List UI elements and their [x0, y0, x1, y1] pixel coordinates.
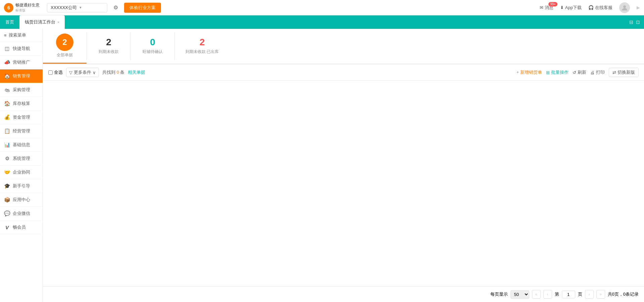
found-text: 共找到 0 条	[102, 69, 124, 75]
switch-version-button[interactable]: ⇄ 切换新版	[609, 68, 639, 77]
cooperation-icon: 🤝	[4, 169, 10, 175]
filter-button[interactable]: ▽ 更多条件 ∨	[66, 68, 99, 77]
finance-icon: 💰	[4, 114, 10, 120]
maximize-icon[interactable]: ⊡	[636, 19, 640, 25]
sidebar-item-basics[interactable]: 📊 基础信息	[0, 138, 43, 152]
toolbar: 全选 ▽ 更多条件 ∨ 共找到 0 条 相关单据 + 新增销货单 ⊞ 批	[43, 64, 644, 81]
table-area	[43, 81, 644, 286]
sidebar-item-cooperation[interactable]: 🤝 企业协同	[0, 166, 43, 179]
stat-pending-number: 0	[150, 37, 155, 48]
logo-area: 6 畅捷通好生意 标准版	[4, 3, 47, 12]
sidebar-item-guide[interactable]: 🎓 新手引导	[0, 179, 43, 193]
first-page-button[interactable]: «	[532, 290, 541, 299]
content-area: 2 全部单据 2 到期未收款 0 旺辅待确认 2 到期未收款 已出库	[43, 29, 644, 302]
print-button[interactable]: 🖨 打印	[590, 69, 605, 75]
logo-text: 畅捷通好生意 标准版	[15, 3, 40, 12]
toolbar-left: 全选 ▽ 更多条件 ∨ 共找到 0 条 相关单据	[48, 68, 145, 77]
sidebar-search[interactable]: ≡ 搜索菜单	[0, 29, 43, 42]
trial-button[interactable]: 体验行业方案	[124, 3, 161, 13]
page-size-select[interactable]: 50 100 200	[511, 290, 529, 299]
page-input[interactable]	[562, 291, 575, 298]
batch-icon: ⊞	[546, 70, 550, 75]
purchase-icon: 🛍	[4, 87, 10, 93]
header-right: ✉ 消息 99+ ⬇ App下载 🎧 在线客服 ▶	[540, 2, 640, 13]
message-icon: ✉	[540, 5, 543, 10]
app-center-icon: 📦	[4, 197, 10, 203]
next-page-button[interactable]: ›	[585, 290, 594, 299]
sidebar-item-wechat[interactable]: 💬 企业微信	[0, 207, 43, 221]
marketing-icon: 📣	[4, 59, 10, 65]
total-label: 共0页，0条记录	[608, 291, 639, 297]
sidebar-item-operations[interactable]: 📋 经营管理	[0, 124, 43, 138]
select-all-checkbox[interactable]: 全选	[48, 69, 63, 75]
batch-operation-button[interactable]: ⊞ 批量操作	[546, 69, 569, 75]
sidebar-item-system[interactable]: ⚙ 系统管理	[0, 152, 43, 166]
inventory-icon: 🏠	[4, 101, 10, 107]
search-icon: ≡	[4, 33, 7, 38]
stat-all-number: 2	[56, 34, 73, 51]
stat-tab-all[interactable]: 2 全部单据	[43, 29, 87, 64]
guide-icon: 🎓	[4, 183, 10, 189]
stat-overdue-label: 到期未收款	[99, 49, 119, 55]
sidebar-item-purchase[interactable]: 🛍 采购管理	[0, 83, 43, 97]
sidebar-item-member[interactable]: V 畅会员	[0, 221, 43, 234]
stat-overdue-out-number: 2	[200, 37, 205, 48]
tab-right-actions: ⊟ ⊡	[629, 19, 644, 25]
tab-close-icon[interactable]: ×	[57, 20, 59, 24]
prev-page-button[interactable]: ‹	[543, 290, 552, 299]
operations-icon: 📋	[4, 128, 10, 134]
wechat-icon: 💬	[4, 210, 10, 217]
sidebar-item-quick-nav[interactable]: ◫ 快捷导航	[0, 42, 43, 56]
print-icon: 🖨	[590, 70, 595, 75]
toolbar-right: + 新增销货单 ⊞ 批量操作 ↺ 刷新 🖨 打印 ⇄ 切换新版	[517, 68, 639, 77]
new-sales-order-button[interactable]: + 新增销货单	[517, 69, 542, 75]
sales-icon: 🏠	[4, 73, 10, 79]
avatar[interactable]	[619, 2, 630, 13]
top-header: 6 畅捷通好生意 标准版 XXXXXX公司 ▼ ⚙ 体验行业方案 ✉ 消息 99…	[0, 0, 644, 15]
stats-area: 2 全部单据 2 到期未收款 0 旺辅待确认 2 到期未收款 已出库	[43, 29, 644, 64]
chevron-down-icon: ▼	[79, 6, 82, 9]
stat-overdue-number: 2	[106, 37, 111, 48]
member-icon: V	[4, 225, 10, 230]
last-page-button[interactable]: »	[596, 290, 605, 299]
user-name[interactable]: ▶	[637, 5, 640, 10]
svg-point-0	[623, 5, 626, 8]
message-button[interactable]: ✉ 消息 99+	[540, 5, 553, 11]
sidebar-item-app-center[interactable]: 📦 应用中心	[0, 193, 43, 207]
basics-icon: 📊	[4, 142, 10, 148]
minimize-icon[interactable]: ⊟	[629, 19, 633, 25]
tab-home[interactable]: 首页	[0, 15, 19, 29]
chevron-filter-icon: ∨	[93, 70, 96, 75]
stat-overdue-out-label: 到期未收款 已出库	[185, 49, 219, 55]
quick-nav-icon: ◫	[4, 46, 10, 52]
empty-state	[43, 81, 644, 215]
system-icon: ⚙	[4, 156, 10, 162]
checkbox-input[interactable]	[48, 70, 53, 75]
found-count: 0	[117, 70, 119, 75]
tab-workbench[interactable]: 钱货日清工作台 ×	[19, 15, 65, 29]
switch-icon: ⇄	[612, 70, 616, 75]
stat-all-label: 全部单据	[57, 52, 73, 58]
app-download-button[interactable]: ⬇ App下载	[560, 5, 582, 11]
refresh-button[interactable]: ↺ 刷新	[573, 69, 586, 75]
sidebar-item-finance[interactable]: 💰 资金管理	[0, 111, 43, 124]
online-service-button[interactable]: 🎧 在线客服	[588, 5, 612, 11]
sidebar-item-sales[interactable]: 🏠 销售管理	[0, 69, 43, 83]
sidebar-item-marketing[interactable]: 📣 营销推广	[0, 56, 43, 69]
headset-icon: 🎧	[588, 5, 594, 10]
sidebar: ≡ 搜索菜单 ◫ 快捷导航 📣 营销推广 🏠 销售管理 🛍 采购管理 🏠 库存核…	[0, 29, 43, 302]
stat-tab-overdue-out[interactable]: 2 到期未收款 已出库	[175, 29, 229, 64]
company-selector[interactable]: XXXXXX公司 ▼	[47, 3, 107, 12]
related-records-link[interactable]: 相关单据	[128, 69, 145, 75]
stat-pending-label: 旺辅待确认	[143, 49, 163, 55]
main-layout: ≡ 搜索菜单 ◫ 快捷导航 📣 营销推广 🏠 销售管理 🛍 采购管理 🏠 库存核…	[0, 29, 644, 302]
logo-icon: 6	[4, 3, 13, 12]
message-badge: 99+	[548, 2, 557, 6]
stat-tab-pending[interactable]: 0 旺辅待确认	[131, 29, 174, 64]
stat-tab-overdue[interactable]: 2 到期未收款	[87, 29, 130, 64]
sidebar-item-inventory[interactable]: 🏠 库存核算	[0, 97, 43, 111]
settings-icon[interactable]: ⚙	[111, 3, 121, 13]
filter-icon: ▽	[69, 70, 72, 75]
pagination: 每页显示 50 100 200 « ‹ 第 页 › » 共0页，0条记录	[43, 286, 644, 302]
refresh-icon: ↺	[573, 70, 576, 75]
